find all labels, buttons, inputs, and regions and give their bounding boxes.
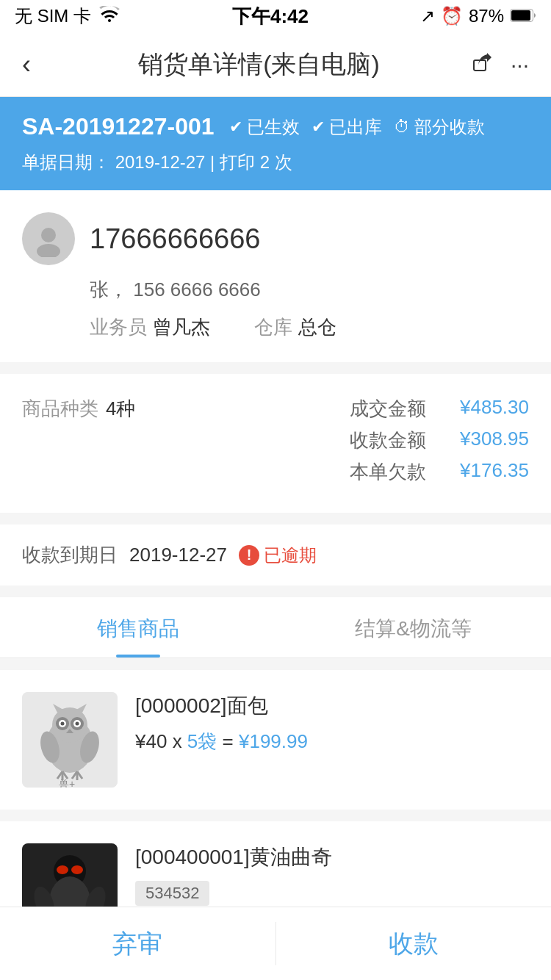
product-types: 商品种类 4种 bbox=[22, 396, 135, 422]
product-quantity-1: 5袋 bbox=[187, 730, 217, 752]
order-date-row: 单据日期： 2019-12-27 | 打印 2 次 bbox=[22, 151, 529, 174]
deal-amount-label: 成交金额 bbox=[350, 396, 426, 422]
product-quantity-x-1: x bbox=[173, 730, 187, 752]
product-price-value-1: ¥40 bbox=[135, 730, 167, 752]
svg-rect-1 bbox=[511, 10, 530, 21]
check-icon-shipped: ✔ bbox=[311, 118, 325, 137]
received-amount-label: 收款金额 bbox=[350, 428, 426, 453]
customer-section: 17666666666 张， 156 6666 6666 业务员 曾凡杰 仓库 … bbox=[0, 190, 551, 362]
deal-amount-value: ¥485.30 bbox=[441, 396, 529, 422]
overdue-badge: ! 已逾期 bbox=[239, 544, 317, 567]
product-types-count: 4种 bbox=[106, 396, 135, 422]
cancel-button-label: 弃审 bbox=[112, 927, 162, 961]
order-id: SA-20191227-001 bbox=[22, 113, 215, 140]
more-button[interactable]: ··· bbox=[511, 52, 529, 77]
wifi-icon bbox=[98, 6, 120, 26]
alarm-icon: ⏰ bbox=[441, 6, 463, 26]
svg-point-12 bbox=[61, 722, 65, 726]
status-badge-shipped: ✔ 已出库 bbox=[311, 115, 382, 139]
summary-left: 商品种类 4种 bbox=[22, 396, 135, 422]
product-equals-1: = bbox=[223, 730, 239, 752]
customer-phone: 17666666666 bbox=[90, 223, 260, 255]
due-date-label: 收款到期日 bbox=[22, 542, 118, 568]
order-date-value: 2019-12-27 bbox=[115, 152, 206, 172]
battery-icon bbox=[510, 6, 536, 26]
status-right: ↗ ⏰ 87% bbox=[420, 6, 536, 26]
product-total-1: ¥199.99 bbox=[239, 730, 308, 752]
product-info-1: [0000002]面包 ¥40 x 5袋 = ¥199.99 bbox=[135, 692, 529, 754]
status-left: 无 SIM 卡 bbox=[15, 4, 120, 28]
product-name-1: [0000002]面包 bbox=[135, 692, 529, 720]
svg-text:兽+: 兽+ bbox=[59, 778, 75, 788]
warehouse-item: 仓库 总仓 bbox=[254, 314, 336, 340]
order-date-label: 单据日期： bbox=[22, 152, 110, 172]
due-date-value: 2019-12-27 bbox=[129, 544, 227, 566]
svg-point-3 bbox=[41, 228, 56, 242]
badge-label-shipped: 已出库 bbox=[329, 115, 382, 139]
svg-rect-2 bbox=[474, 60, 486, 71]
customer-contact-phone: 156 6666 6666 bbox=[133, 278, 261, 300]
clock-icon-partial: ⏱ bbox=[394, 118, 410, 137]
deal-amount-row: 成交金额 ¥485.30 bbox=[350, 396, 529, 422]
customer-info: 张， 156 6666 6666 bbox=[22, 277, 529, 303]
customer-name-text: 张 bbox=[90, 278, 109, 300]
tabs-row: 销售商品 结算&物流等 bbox=[0, 597, 551, 657]
order-print-info: | 打印 2 次 bbox=[210, 152, 292, 172]
due-section: 收款到期日 2019-12-27 ! 已逾期 bbox=[0, 525, 551, 586]
status-badge-partial: ⏱ 部分收款 bbox=[394, 115, 485, 139]
received-amount-row: 收款金额 ¥308.95 bbox=[350, 428, 529, 453]
product-name-2: [000400001]黄油曲奇 bbox=[135, 843, 529, 871]
svg-point-29 bbox=[71, 865, 83, 874]
status-badges: ✔ 已生效 ✔ 已出库 ⏱ 部分收款 bbox=[229, 115, 485, 139]
sales-person-item: 业务员 曾凡杰 bbox=[90, 314, 210, 340]
tab-products[interactable]: 销售商品 bbox=[0, 597, 276, 657]
summary-section: 商品种类 4种 成交金额 ¥485.30 收款金额 ¥308.95 本单欠款 ¥… bbox=[0, 374, 551, 513]
overdue-label: 已逾期 bbox=[264, 544, 317, 567]
product-types-label: 商品种类 bbox=[22, 396, 98, 422]
confirm-button-label: 收款 bbox=[389, 927, 439, 961]
nav-bar: ‹ 销货单详情(来自电脑) ··· bbox=[0, 32, 551, 97]
location-icon: ↗ bbox=[420, 6, 435, 26]
debt-amount-value: ¥176.35 bbox=[441, 459, 529, 485]
badge-label-effective: 已生效 bbox=[247, 115, 300, 139]
svg-point-4 bbox=[37, 244, 60, 257]
badge-label-partial: 部分收款 bbox=[414, 115, 485, 139]
tab-settlement[interactable]: 结算&物流等 bbox=[276, 597, 551, 657]
confirm-button[interactable]: 收款 bbox=[276, 907, 552, 980]
sales-person-value: 曾凡杰 bbox=[153, 314, 210, 340]
avatar bbox=[22, 212, 75, 265]
product-thumb-1: 兽+ bbox=[22, 692, 118, 788]
tab-products-label: 销售商品 bbox=[97, 617, 179, 640]
cancel-button[interactable]: 弃审 bbox=[0, 907, 276, 980]
order-header: SA-20191227-001 ✔ 已生效 ✔ 已出库 ⏱ 部分收款 单据日期：… bbox=[0, 97, 551, 190]
nav-actions: ··· bbox=[472, 51, 529, 77]
warehouse-label: 仓库 bbox=[254, 314, 292, 340]
product-price-1: ¥40 x 5袋 = ¥199.99 bbox=[135, 729, 529, 754]
share-button[interactable] bbox=[472, 51, 493, 77]
svg-point-13 bbox=[76, 722, 79, 726]
carrier-text: 无 SIM 卡 bbox=[15, 4, 91, 28]
status-time: 下午4:42 bbox=[232, 4, 309, 29]
product-sku-2: 534532 bbox=[135, 881, 209, 906]
received-amount-value: ¥308.95 bbox=[441, 428, 529, 453]
customer-top: 17666666666 bbox=[22, 212, 529, 265]
customer-meta: 业务员 曾凡杰 仓库 总仓 bbox=[22, 314, 529, 340]
debt-amount-row: 本单欠款 ¥176.35 bbox=[350, 459, 529, 485]
overdue-icon: ! bbox=[239, 545, 259, 566]
bottom-bar: 弃审 收款 bbox=[0, 907, 551, 980]
warehouse-value: 总仓 bbox=[298, 314, 336, 340]
svg-point-28 bbox=[57, 865, 68, 874]
summary-right: 成交金额 ¥485.30 收款金额 ¥308.95 本单欠款 ¥176.35 bbox=[350, 396, 529, 491]
order-header-top: SA-20191227-001 ✔ 已生效 ✔ 已出库 ⏱ 部分收款 bbox=[22, 113, 529, 140]
status-badge-effective: ✔ 已生效 bbox=[229, 115, 300, 139]
check-icon-effective: ✔ bbox=[229, 118, 242, 137]
debt-amount-label: 本单欠款 bbox=[350, 459, 426, 485]
tab-settlement-label: 结算&物流等 bbox=[355, 617, 472, 640]
sales-person-label: 业务员 bbox=[90, 314, 147, 340]
tabs-section: 销售商品 结算&物流等 bbox=[0, 597, 551, 658]
battery-text: 87% bbox=[469, 6, 504, 26]
page-title: 销货单详情(来自电脑) bbox=[46, 48, 472, 82]
status-bar: 无 SIM 卡 下午4:42 ↗ ⏰ 87% bbox=[0, 0, 551, 32]
product-item-1: 兽+ [0000002]面包 ¥40 x 5袋 = ¥199.99 bbox=[0, 670, 551, 810]
back-button[interactable]: ‹ bbox=[22, 42, 46, 87]
